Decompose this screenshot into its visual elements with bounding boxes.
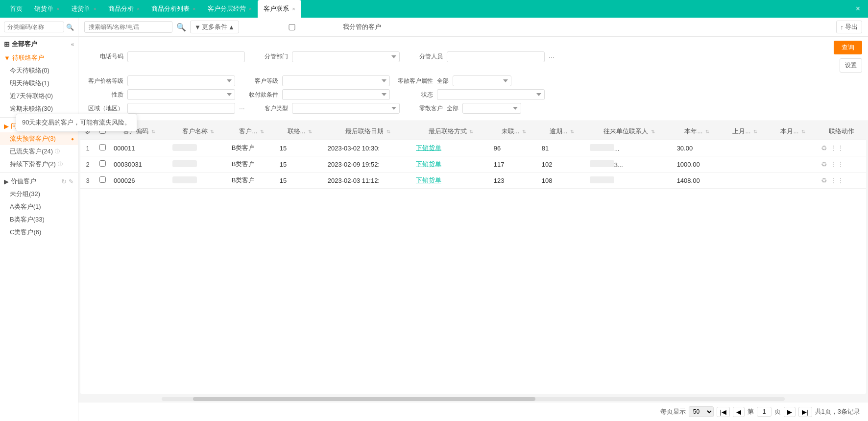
search-button-icon[interactable]: 🔍	[176, 23, 186, 32]
row3-last-method[interactable]: 下销货单	[412, 173, 490, 189]
col-this-month[interactable]: 本月... ⇅	[769, 123, 817, 140]
my-customer-checkbox[interactable]: 我分管的客户	[243, 23, 381, 31]
row2-more-icon[interactable]: ⋮⋮	[830, 160, 844, 168]
nav-sales[interactable]: 销货单 ×	[28, 0, 65, 18]
edit-icon[interactable]: ✎	[69, 178, 74, 185]
row1-contact-icon[interactable]: ♻	[821, 144, 827, 152]
row3-more-icon[interactable]: ⋮⋮	[830, 176, 844, 184]
row3-type: B类客户	[228, 173, 276, 189]
zero-customer-label: 零散客户	[404, 104, 443, 113]
row1-method-link[interactable]: 下销货单	[416, 144, 441, 151]
scrollbar-thumb[interactable]	[193, 397, 536, 401]
sidebar-item-today[interactable]: 今天待联络(0)	[0, 64, 78, 77]
sidebar-item-declining[interactable]: 持续下滑客户(2) ⓘ	[0, 158, 78, 171]
row2-check[interactable]	[99, 160, 106, 167]
my-customer-check[interactable]	[243, 24, 341, 30]
next-page-button[interactable]: ▶	[784, 407, 796, 417]
sidebar-item-class-a[interactable]: A类客户(1)	[0, 200, 78, 213]
payment-select[interactable]	[282, 89, 390, 100]
price-grade-select[interactable]	[127, 75, 235, 86]
nav-product-analysis-list[interactable]: 商品分析列表 ×	[145, 0, 201, 18]
chevron-up-icon: ▲	[228, 24, 235, 31]
zero-attr-select[interactable]	[453, 75, 511, 86]
sidebar-item-ungroup[interactable]: 未分组(32)	[0, 188, 78, 200]
last-page-button[interactable]: ▶|	[798, 407, 812, 417]
sidebar-item-churn-warning[interactable]: 流失预警客户(3) ●	[0, 132, 78, 145]
search-bar: 🔍 ▼ 更多条件 ▲ 我分管的客户 ↑ 导出	[78, 18, 868, 37]
more-filter-button[interactable]: ▼ 更多条件 ▲	[190, 21, 239, 33]
col-last-method[interactable]: 最后联络方式 ⇅	[412, 123, 490, 140]
sidebar-item-churned[interactable]: 已流失客户(24) ⓘ	[0, 145, 78, 158]
row2-checkbox	[95, 156, 110, 173]
row1-last-method[interactable]: 下销货单	[412, 140, 490, 156]
row1-more-icon[interactable]: ⋮⋮	[830, 144, 844, 152]
zero-customer-select[interactable]	[462, 103, 521, 114]
horizontal-scrollbar[interactable]	[78, 396, 868, 402]
row3-check[interactable]	[99, 176, 106, 183]
query-button[interactable]: 查询	[834, 41, 862, 54]
status-select[interactable]	[437, 89, 545, 100]
sidebar-search-icon[interactable]: 🔍	[66, 24, 74, 31]
sidebar-item-class-c[interactable]: C类客户(6)	[0, 226, 78, 239]
person-input[interactable]	[447, 51, 545, 62]
dept-select[interactable]	[292, 51, 400, 62]
row1-name-blurred	[172, 144, 197, 151]
row3-contact-icon[interactable]: ♻	[821, 176, 827, 184]
row1-action-icons: ♻ ⋮⋮	[821, 144, 862, 152]
col-name[interactable]: 客户名称 ⇅	[169, 123, 227, 140]
collapse-icon[interactable]: «	[71, 41, 74, 47]
nav-product-analysis[interactable]: 商品分析 ×	[102, 0, 145, 18]
region-input[interactable]	[127, 103, 235, 114]
nav-close-purchase[interactable]: ×	[93, 6, 96, 12]
col-this-year[interactable]: 本年... ⇅	[673, 123, 721, 140]
row3-last-month	[721, 173, 769, 189]
customer-type-select[interactable]	[292, 103, 400, 114]
col-type[interactable]: 客户... ⇅	[228, 123, 276, 140]
nav-close-sales[interactable]: ×	[56, 6, 59, 12]
row2-actions: ♻ ⋮⋮	[817, 156, 866, 173]
row2-contact-icon[interactable]: ♻	[821, 160, 827, 168]
nav-home[interactable]: 首页	[4, 0, 28, 18]
customer-grade-select[interactable]	[282, 75, 390, 86]
nav-close-product-analysis[interactable]: ×	[137, 6, 140, 12]
window-close-icon[interactable]: ×	[852, 4, 864, 13]
nav-purchase[interactable]: 进货单 ×	[65, 0, 102, 18]
col-last-date[interactable]: 最后联络日期 ⇅	[324, 123, 412, 140]
refresh-icon[interactable]: ↻	[61, 178, 67, 185]
sidebar-item-class-b[interactable]: B类客户(33)	[0, 213, 78, 226]
col-not-contacted[interactable]: 未联... ⇅	[490, 123, 538, 140]
first-page-button[interactable]: |◀	[717, 407, 730, 417]
row3-method-link[interactable]: 下销货单	[416, 176, 441, 184]
sidebar-item-7days[interactable]: 近7天待联络(0)	[0, 90, 78, 102]
region-label: 区域（地区）	[84, 104, 123, 113]
settings-button[interactable]: 设置	[840, 58, 862, 73]
col-last-month[interactable]: 上月... ⇅	[721, 123, 769, 140]
nav-close-product-analysis-list[interactable]: ×	[193, 6, 195, 12]
nav-customer-layer[interactable]: 客户分层经营 ×	[202, 0, 258, 18]
prev-page-button[interactable]: ◀	[733, 407, 745, 417]
sidebar-group-pending[interactable]: ▼ 待联络客户	[0, 51, 78, 64]
nav-close-customer-layer[interactable]: ×	[249, 6, 252, 12]
per-page-select[interactable]: 50 20 100	[689, 406, 714, 417]
col-contact-person[interactable]: 往来单位联系人 ⇅	[586, 123, 673, 140]
export-icon: ↑	[841, 24, 844, 31]
page-number-input[interactable]	[757, 407, 772, 417]
row1-check[interactable]	[99, 144, 106, 150]
region-more-icon[interactable]: ···	[239, 104, 245, 112]
sidebar-search-input[interactable]	[4, 22, 64, 32]
gender-select[interactable]	[127, 89, 235, 100]
nav-customer-contact[interactable]: 客户联系 ×	[258, 0, 301, 18]
row2-code: 00030031	[110, 156, 169, 173]
sidebar-all-customers[interactable]: ⊞ 全部客户 «	[0, 37, 78, 51]
phone-input[interactable]	[127, 51, 245, 62]
sidebar-item-tomorrow[interactable]: 明天待联络(1)	[0, 77, 78, 90]
nav-close-customer-contact[interactable]: ×	[292, 6, 295, 12]
person-more-icon[interactable]: ···	[549, 53, 555, 61]
export-button[interactable]: ↑ 导出	[836, 21, 863, 33]
sidebar-group-value[interactable]: ▶ 价值客户 ↻ ✎	[0, 175, 78, 188]
row2-last-method[interactable]: 下销货单	[412, 156, 490, 173]
col-overdue[interactable]: 逾期... ⇅	[538, 123, 586, 140]
row2-method-link[interactable]: 下销货单	[416, 160, 441, 168]
col-contact-count[interactable]: 联络... ⇅	[276, 123, 324, 140]
search-input[interactable]	[84, 21, 172, 33]
